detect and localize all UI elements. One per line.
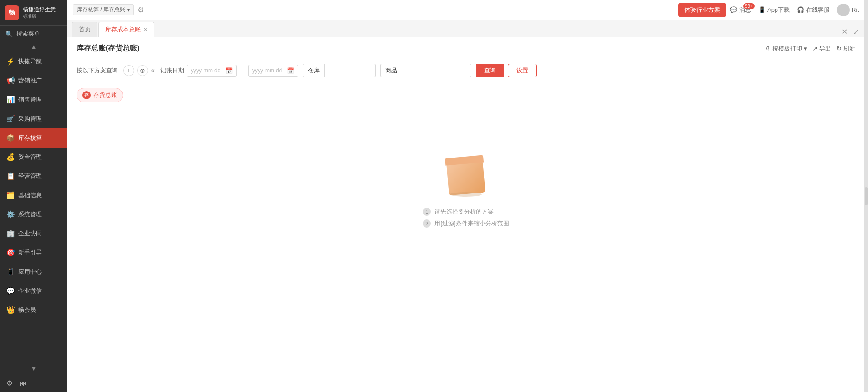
topbar-settings-icon[interactable]: ⚙ — [136, 4, 146, 16]
product-label: 商品 — [381, 64, 402, 77]
sidebar-item-purchase[interactable]: 🛒 采购管理 — [0, 109, 67, 128]
print-dropdown-icon: ▾ — [804, 45, 807, 52]
tab-inventory-ledger[interactable]: 库存成本总账 ✕ — [98, 22, 154, 37]
inventory-icon: 📦 — [6, 134, 15, 142]
sidebar-item-enterprise[interactable]: 🏢 企业协同 — [0, 224, 67, 243]
basic-info-icon: 🗂️ — [6, 191, 15, 199]
warehouse-more-icon[interactable]: ··· — [325, 65, 337, 76]
expand-panel-icon[interactable]: ⤢ — [851, 26, 861, 37]
settings-footer-icon[interactable]: ⚙ — [6, 379, 13, 387]
refresh-icon: ↻ — [837, 45, 842, 52]
sidebar-item-inventory[interactable]: 📦 库存核算 — [0, 128, 67, 148]
scheme-item-active[interactable]: 存 存货总账 — [77, 88, 123, 102]
logo-text: 畅捷通好生意 标准版 — [23, 6, 56, 20]
warehouse-filter[interactable]: 仓库 ··· — [303, 64, 376, 77]
breadcrumb[interactable]: 库存核算 / 库存总账 ▾ — [73, 4, 134, 15]
message-icon: 💬 — [730, 6, 737, 13]
operations-icon: 📋 — [6, 172, 15, 180]
empty-state: 1 请先选择要分析的方案 2 用[过滤]条件来缩小分析范围 — [67, 107, 864, 264]
marketing-icon: 📢 — [6, 76, 15, 85]
industry-solution-button[interactable]: 体验行业方案 — [678, 3, 726, 17]
print-icon: 🖨 — [765, 45, 771, 52]
system-icon: ⚙️ — [6, 210, 15, 219]
settings-button[interactable]: 设置 — [508, 64, 537, 77]
warehouse-label: 仓库 — [303, 64, 325, 77]
sidebar-search[interactable]: 🔍 搜索菜单 — [0, 26, 67, 41]
hint-text-1: 请先选择要分析的方案 — [434, 208, 494, 216]
tabs-bar: 首页 库存成本总账 ✕ ✕ ⤢ — [67, 20, 864, 37]
close-panel-icon[interactable]: ✕ — [840, 26, 849, 37]
sidebar-item-sales[interactable]: 📊 销售管理 — [0, 90, 67, 109]
collapse-sidebar-icon[interactable]: ⏮ — [20, 379, 27, 387]
app-center-icon: 📱 — [6, 268, 15, 276]
resize-handle — [865, 187, 868, 205]
hint-text-2: 用[过滤]条件来缩小分析范围 — [434, 219, 509, 228]
sidebar-item-operations[interactable]: 📋 经营管理 — [0, 167, 67, 186]
header-actions: 🖨 按模板打印 ▾ ↗ 导出 ↻ 刷新 — [765, 45, 855, 53]
message-badge: 99+ — [743, 3, 755, 9]
date-start-input[interactable]: yyyy-mm-dd 📅 — [187, 65, 237, 77]
scroll-up-btn[interactable]: ▲ — [0, 41, 67, 52]
app-download-btn[interactable]: 📱 App下载 — [758, 6, 790, 14]
scheme-selector: 存 存货总账 — [67, 83, 864, 107]
product-filter[interactable]: 商品 ··· — [380, 64, 471, 77]
page-header: 库存总账(存货总账) 🖨 按模板打印 ▾ ↗ 导出 ↻ 刷新 — [67, 37, 864, 58]
filter-collapse-icon[interactable]: « — [151, 66, 155, 75]
date-separator: — — [240, 67, 245, 74]
refresh-btn[interactable]: ↻ 刷新 — [837, 45, 855, 53]
hint-num-1: 1 — [423, 208, 431, 216]
date-input-group: 记账日期 yyyy-mm-dd 📅 — yyyy-mm-dd 📅 — [160, 65, 298, 77]
sidebar-logo: 畅 畅捷通好生意 标准版 — [0, 0, 67, 26]
content-area: 库存总账(存货总账) 🖨 按模板打印 ▾ ↗ 导出 ↻ 刷新 按以下方案查询 — [67, 37, 864, 392]
guide-icon: 🎯 — [6, 249, 15, 257]
filter-label: 按以下方案查询 — [77, 66, 118, 75]
sidebar-item-vip[interactable]: 👑 畅会员 — [0, 300, 67, 320]
tab-controls: ✕ ⤢ — [840, 26, 864, 37]
online-service-btn[interactable]: 🎧 在线客服 — [797, 6, 830, 14]
enterprise-icon: 🏢 — [6, 229, 15, 238]
empty-hints: 1 请先选择要分析的方案 2 用[过滤]条件来缩小分析范围 — [423, 208, 509, 228]
filter-row: 记账日期 yyyy-mm-dd 📅 — yyyy-mm-dd 📅 仓库 ··· — [160, 64, 537, 77]
search-icon: 🔍 — [5, 31, 13, 37]
sidebar-item-system[interactable]: ⚙️ 系统管理 — [0, 205, 67, 224]
export-btn[interactable]: ↗ 导出 — [812, 45, 831, 53]
filter-right-buttons: 查询 设置 — [476, 64, 537, 77]
product-more-icon[interactable]: ··· — [402, 65, 415, 76]
filter-add-button[interactable]: + — [123, 65, 134, 76]
sidebar-item-basic-info[interactable]: 🗂️ 基础信息 — [0, 186, 67, 205]
top-bar-right: 💬 消息 99+ 📱 App下载 🎧 在线客服 Rit — [730, 4, 859, 16]
top-bar-nav: 库存核算 / 库存总账 ▾ ⚙ — [73, 4, 674, 16]
filter-actions: + ⊕ « — [123, 65, 155, 76]
message-btn[interactable]: 💬 消息 99+ — [730, 6, 751, 14]
calendar-start-icon[interactable]: 📅 — [225, 67, 233, 74]
user-avatar — [837, 4, 850, 16]
sidebar-item-app-center[interactable]: 📱 应用中心 — [0, 262, 67, 281]
finance-icon: 💰 — [6, 153, 15, 161]
sidebar-item-marketing[interactable]: 📢 营销推广 — [0, 71, 67, 90]
date-end-input[interactable]: yyyy-mm-dd 📅 — [248, 65, 298, 77]
right-panel-handle[interactable] — [864, 0, 868, 392]
breadcrumb-text: 库存核算 / 库存总账 — [77, 6, 125, 14]
sidebar: 畅 畅捷通好生意 标准版 🔍 搜索菜单 ▲ ⚡ 快捷导航 📢 营销推广 📊 销售… — [0, 0, 67, 392]
hint-item-2: 2 用[过滤]条件来缩小分析范围 — [423, 219, 509, 228]
vip-icon: 👑 — [6, 306, 15, 314]
headset-icon: 🎧 — [797, 6, 804, 13]
filter-area: 按以下方案查询 + ⊕ « 记账日期 yyyy-mm-dd 📅 — yyyy-m… — [67, 58, 864, 83]
print-template-btn[interactable]: 🖨 按模板打印 ▾ — [765, 45, 807, 53]
user-profile-btn[interactable]: Rit — [837, 4, 859, 16]
sidebar-item-finance[interactable]: 💰 资金管理 — [0, 148, 67, 167]
user-name: Rit — [852, 6, 859, 13]
sidebar-item-guide[interactable]: 🎯 新手引导 — [0, 243, 67, 262]
tab-close-icon[interactable]: ✕ — [143, 27, 148, 33]
sidebar-item-wechat[interactable]: 💬 企业微信 — [0, 281, 67, 300]
purchase-icon: 🛒 — [6, 115, 15, 123]
calendar-end-icon[interactable]: 📅 — [287, 67, 294, 74]
tab-home[interactable]: 首页 — [72, 22, 97, 37]
filter-more-button[interactable]: ⊕ — [137, 65, 148, 76]
query-button[interactable]: 查询 — [476, 64, 504, 77]
logo-icon: 畅 — [5, 5, 19, 20]
sidebar-footer: ⚙ ⏮ — [0, 374, 67, 392]
breadcrumb-chevron-icon: ▾ — [127, 7, 130, 13]
scroll-down-btn[interactable]: ▼ — [0, 363, 67, 374]
sidebar-item-quick-nav[interactable]: ⚡ 快捷导航 — [0, 52, 67, 71]
